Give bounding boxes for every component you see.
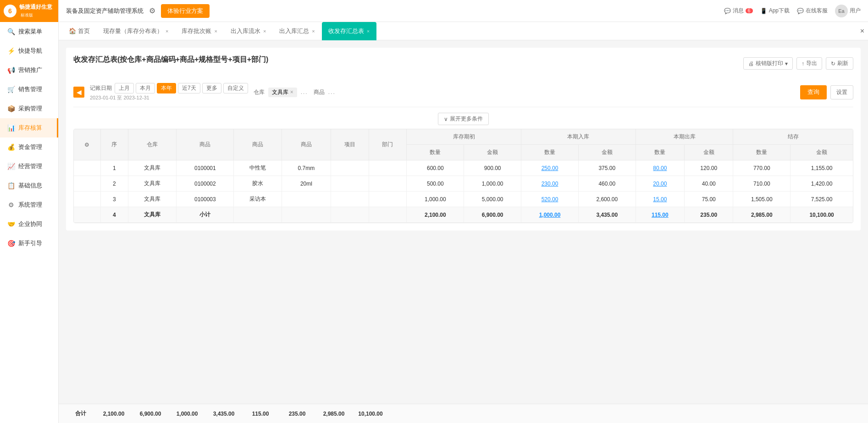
messages-action[interactable]: 💬 消息 6 [724,7,753,15]
tab-inout-summary-close[interactable]: × [312,28,315,34]
online-service-action[interactable]: 💬 在线客服 [797,7,828,15]
tab-inout-flow-close[interactable]: × [263,28,266,34]
tab-home[interactable]: 🏠 首页 [62,22,97,40]
content-area: 收发存汇总表(按仓库+商品编码+商品+规格型号+项目+部门) 🖨 核销版打印 ▾… [59,40,868,404]
row1-select[interactable] [74,160,100,176]
row2-out-qty[interactable]: 20.00 [636,176,684,192]
basic-info-icon: 📋 [7,182,15,189]
th-product-spec: 商品 [282,129,331,160]
query-button[interactable]: 查询 [800,85,827,99]
row3-out-qty[interactable]: 15.00 [636,192,684,207]
tab-inventory-close[interactable]: × [166,28,168,34]
print-button[interactable]: 🖨 核销版打印 ▾ [743,57,793,70]
footer-out-qty: 115.00 [242,409,279,419]
app-download-action[interactable]: 📱 App下载 [760,7,790,15]
try-btn[interactable]: 体验行业方案 [161,4,210,18]
avatar: Ea [835,5,848,17]
subtotal-empty4 [369,207,407,223]
sidebar-item-search[interactable]: 🔍 搜索菜单 [0,22,58,41]
tab-inout-flow-label: 出入库流水 [231,27,260,35]
warehouse-tag-close[interactable]: × [290,89,293,95]
th-warehouse: 仓库 [128,129,177,160]
footer-balance-amt: 10,100.00 [352,409,389,419]
th-opening-qty: 数量 [407,145,464,160]
refresh-button[interactable]: ↻ 刷新 [826,57,853,70]
tab-inout-summary[interactable]: 出入库汇总 × [273,22,321,40]
filter-date-section: 记账日期 上月 本月 本年 近7天 更多 自定义 2023-01-01 至 20… [90,83,248,101]
sidebar-item-basic-info[interactable]: 📋 基础信息 [0,176,58,195]
sidebar-item-sales[interactable]: 🛒 销售管理 [0,80,58,99]
sidebar-item-finance[interactable]: 💰 资金管理 [0,137,58,157]
date-btn-more[interactable]: 更多 [202,83,221,93]
subtotal-row: 4 文具库 小计 2,100.00 6,900.00 1,000.00 3,43… [74,207,853,223]
tab-inventory[interactable]: 现存量（库存分布表） × [97,22,175,40]
sidebar-item-system[interactable]: ⚙ 系统管理 [0,195,58,214]
print-icon: 🖨 [748,60,754,67]
date-buttons: 上月 本月 本年 近7天 更多 自定义 [115,83,248,93]
expand-btn[interactable]: ∨ 展开更多条件 [438,113,489,125]
table-row: 2 文具库 0100002 胶水 20ml 500.00 1,000.00 23… [74,176,853,192]
date-btn-last-month[interactable]: 上月 [115,83,134,93]
subtotal-select[interactable] [74,207,100,223]
row3-select[interactable] [74,192,100,207]
date-btn-custom[interactable]: 自定义 [223,83,248,93]
date-btn-7days[interactable]: 近7天 [178,83,200,93]
row1-in-qty[interactable]: 250.00 [521,160,579,176]
header-settings-icon[interactable]: ⚙ [149,6,155,15]
sidebar-item-label: 经营管理 [18,162,42,170]
tab-close-all-button[interactable]: × [860,27,864,35]
goods-filter-dots[interactable]: ... [328,89,336,95]
warehouse-filter-dots[interactable]: ... [301,89,308,95]
sidebar-item-purchase[interactable]: 📦 采购管理 [0,99,58,118]
search-icon: 🔍 [7,28,15,35]
sidebar-item-label: 新手引导 [18,239,42,247]
tab-home-label: 首页 [78,27,90,35]
row1-spec: 0.7mm [282,160,331,176]
tab-receive-summary-close[interactable]: × [367,28,370,34]
date-btn-this-year[interactable]: 本年 [157,83,176,93]
th-in-amt: 金额 [578,145,636,160]
filter-collapse-btn[interactable]: ◀ [73,87,84,98]
row1-out-qty[interactable]: 80.00 [636,160,684,176]
row3-in-qty[interactable]: 520.00 [521,192,579,207]
date-btn-this-month[interactable]: 本月 [136,83,155,93]
tab-batch[interactable]: 库存批次账 × [175,22,224,40]
export-button[interactable]: ↑ 导出 [796,57,822,70]
tab-inout-flow[interactable]: 出入库流水 × [224,22,273,40]
subtotal-warehouse: 文具库 [128,207,177,223]
date-range: 2023-01-01 至 2023-12-31 [90,94,248,101]
tab-batch-close[interactable]: × [214,28,217,34]
filter-settings-button[interactable]: 设置 [830,85,853,99]
th-settings[interactable]: ⚙ [74,129,100,160]
sidebar-item-quick-nav[interactable]: ⚡ 快捷导航 [0,41,58,60]
data-table: ⚙ 序 仓库 商品 商品 商品 项目 部门 库存期初 本期入库 本期出库 [74,129,853,223]
th-balance-qty: 数量 [733,145,791,160]
sidebar-item-label: 基础信息 [18,181,42,190]
refresh-label: 刷新 [837,60,848,67]
row2-select[interactable] [74,176,100,192]
sidebar-item-collab[interactable]: 🤝 企业协同 [0,214,58,234]
row2-in-qty[interactable]: 230.00 [521,176,579,192]
table-row: 3 文具库 0100003 采访本 1,000.00 5,000.00 520.… [74,192,853,207]
header-left: 装备及固定资产辅助管理系统 ⚙ 体验行业方案 [66,4,210,18]
subtotal-in-qty[interactable]: 1,000.00 [521,207,579,223]
export-icon: ↑ [802,60,804,67]
tab-receive-summary[interactable]: 收发存汇总表 × [322,22,376,40]
sidebar-item-label: 销售管理 [18,85,42,93]
sidebar-item-operations[interactable]: 📈 经营管理 [0,157,58,176]
subtotal-out-qty[interactable]: 115.00 [636,207,684,223]
user-action[interactable]: Ea 用户 [835,5,861,17]
row3-dept [369,192,407,207]
sidebar-item-guide[interactable]: 🎯 新手引导 [0,234,58,253]
warehouse-label: 仓库 [254,88,265,96]
expand-label: 展开更多条件 [450,115,483,123]
inventory-icon: 📊 [7,124,15,132]
quick-nav-icon: ⚡ [7,47,15,55]
sidebar-item-inventory[interactable]: 📊 库存核算 [0,118,58,137]
sidebar-item-label: 营销推广 [18,66,42,74]
main-area: 装备及固定资产辅助管理系统 ⚙ 体验行业方案 💬 消息 6 📱 App下载 💬 … [59,0,868,423]
sidebar-item-label: 库存核算 [18,124,42,132]
sidebar-item-marketing[interactable]: 📢 营销推广 [0,60,58,80]
messages-label: 消息 [733,7,744,15]
row3-no: 3 [100,192,128,207]
